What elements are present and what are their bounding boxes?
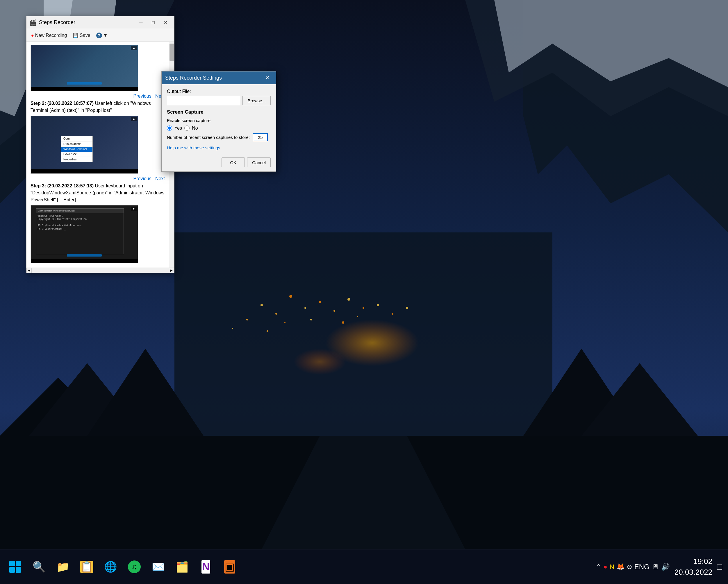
explorer-icon: 📁 xyxy=(56,561,70,573)
taskbar-left: 🔍 📁 📋 🌐 ♫ ✉️ 🗂️ xyxy=(6,558,596,576)
svg-point-10 xyxy=(233,305,407,392)
minimize-button[interactable]: ─ xyxy=(135,18,147,27)
logitech-icon[interactable]: ⊙ xyxy=(627,563,632,571)
amd-icon[interactable]: ● xyxy=(603,563,607,571)
window-toolbar: ● New Recording 💾 Save ? ▼ xyxy=(26,29,174,42)
cancel-button[interactable]: Cancel xyxy=(247,158,271,167)
step-3-next-link[interactable]: Next xyxy=(155,176,165,181)
svg-marker-6 xyxy=(465,0,728,116)
window-title: Steps Recorder xyxy=(39,20,135,26)
svg-point-16 xyxy=(334,310,335,312)
no-radio[interactable] xyxy=(184,126,189,131)
output-file-input[interactable] xyxy=(167,96,240,105)
browse-button[interactable]: Browse... xyxy=(242,96,271,105)
norton-icon[interactable]: N xyxy=(610,563,614,571)
maximize-button[interactable]: □ xyxy=(148,18,159,27)
language-indicator[interactable]: ENG xyxy=(634,563,650,571)
svg-point-18 xyxy=(363,307,364,309)
step-2-screenshot: Open Run as admin Windows Terminal Power… xyxy=(30,116,138,174)
help-button[interactable]: ? ▼ xyxy=(94,31,110,39)
clock-time: 19:02 xyxy=(675,556,712,566)
mail-button[interactable]: ✉️ xyxy=(149,558,167,576)
scroll-right-arrow[interactable]: ▶ xyxy=(169,268,174,273)
captures-count-label: Number of recent screen captures to stor… xyxy=(167,135,250,140)
orange-app-icon: ▣ xyxy=(224,560,235,574)
close-button[interactable]: ✕ xyxy=(160,18,171,27)
dialog-body: Output File: Browse... Screen Capture En… xyxy=(162,84,276,155)
search-icon: 🔍 xyxy=(32,561,46,573)
terminal-window: Administrator: Windows PowerShell Window… xyxy=(36,208,124,254)
svg-marker-32 xyxy=(87,349,204,436)
notes-icon: 📋 xyxy=(80,561,93,573)
horizontal-scrollbar[interactable]: ◀ ▶ xyxy=(26,268,174,273)
svg-point-27 xyxy=(342,321,344,324)
files-button[interactable]: 🗂️ xyxy=(173,558,191,576)
svg-marker-34 xyxy=(581,363,698,436)
settings-dialog: Steps Recorder Settings ✕ Output File: B… xyxy=(161,71,276,172)
new-recording-label: New Recording xyxy=(35,33,67,38)
taskbar-right: ⌃ ● N 🦊 ⊙ ENG 🖥 🔊 19:02 20.03.2022 □ xyxy=(596,556,722,577)
windows-logo xyxy=(9,561,21,573)
step-2-bold: Step 2: (20.03.2022 18:57:07) xyxy=(30,101,94,106)
onenote-button[interactable]: N xyxy=(197,558,215,576)
taskbar-clock[interactable]: 19:02 20.03.2022 xyxy=(675,556,712,577)
svg-point-9 xyxy=(233,261,465,378)
orange-app-button[interactable]: ▣ xyxy=(220,558,239,576)
step-1-screenshot: ▶ xyxy=(30,45,138,91)
notes-button[interactable]: 📋 xyxy=(77,558,96,576)
screenshot-taskbar-3 xyxy=(31,259,138,263)
output-file-row: Output File: Browse... xyxy=(167,89,271,105)
svg-point-25 xyxy=(284,322,286,323)
captures-count-input[interactable] xyxy=(253,133,268,141)
step-3-label: Step 3: (20.03.2022 18:57:13) User keybo… xyxy=(30,183,165,203)
dialog-close-button[interactable]: ✕ xyxy=(262,74,272,82)
firefox-icon[interactable]: 🦊 xyxy=(617,563,624,571)
step-3-screenshot: Administrator: Windows PowerShell Window… xyxy=(30,205,138,263)
screenshot-highlight-1 xyxy=(67,82,102,85)
dialog-titlebar: Steps Recorder Settings ✕ xyxy=(162,72,276,84)
windows-start-button[interactable] xyxy=(6,558,24,576)
svg-point-24 xyxy=(267,330,268,332)
svg-rect-8 xyxy=(175,232,552,581)
step-2-previous-link[interactable]: Previous xyxy=(133,93,152,99)
svg-point-20 xyxy=(246,319,248,321)
help-dropdown-icon: ▼ xyxy=(103,33,108,38)
yes-radio[interactable] xyxy=(167,126,172,131)
notification-button[interactable]: □ xyxy=(717,562,722,572)
scroll-left-arrow[interactable]: ◀ xyxy=(26,268,32,273)
content-scroll[interactable]: ▶ Previous Next Step 2: (20.03.2022 18:5… xyxy=(26,42,169,268)
taskbar: 🔍 📁 📋 🌐 ♫ ✉️ 🗂️ xyxy=(0,549,728,584)
screenshot-menu: Open Run as admin Windows Terminal Power… xyxy=(61,136,93,162)
step-3-bold: Step 3: (20.03.2022 18:57:13) xyxy=(30,183,94,188)
svg-point-26 xyxy=(310,319,312,321)
svg-marker-30 xyxy=(0,378,116,436)
svg-point-14 xyxy=(304,307,306,309)
screenshot-corner-icon-2: ▶ xyxy=(131,117,137,121)
mail-icon: ✉️ xyxy=(152,561,165,573)
ok-button[interactable]: OK xyxy=(222,158,245,167)
save-icon: 💾 xyxy=(73,32,78,38)
chevron-up-icon[interactable]: ⌃ xyxy=(596,563,601,571)
step-3-previous-link[interactable]: Previous xyxy=(133,176,152,181)
screen-capture-title: Screen Capture xyxy=(167,109,271,115)
volume-icon[interactable]: 🔊 xyxy=(661,563,670,571)
file-explorer-button[interactable]: 📁 xyxy=(53,558,72,576)
help-settings-link[interactable]: Help me with these settings xyxy=(167,145,220,150)
save-button[interactable]: 💾 Save xyxy=(70,31,93,39)
svg-point-21 xyxy=(232,328,233,329)
onenote-icon: N xyxy=(202,560,210,574)
spotify-button[interactable]: ♫ xyxy=(125,558,144,576)
scroll-track[interactable] xyxy=(32,268,169,273)
edge-button[interactable]: 🌐 xyxy=(101,558,120,576)
svg-marker-31 xyxy=(29,363,146,436)
no-label: No xyxy=(192,126,198,131)
search-taskbar-button[interactable]: 🔍 xyxy=(30,558,48,576)
monitor-icon[interactable]: 🖥 xyxy=(652,563,659,571)
scrollbar-thumb[interactable] xyxy=(170,44,174,61)
svg-marker-5 xyxy=(523,0,728,232)
new-recording-button[interactable]: ● New Recording xyxy=(29,32,69,39)
screen-capture-section: Screen Capture Enable screen capture: Ye… xyxy=(167,109,271,141)
dialog-footer: OK Cancel xyxy=(162,155,276,171)
screenshot-corner-icon-3: ▶ xyxy=(131,206,137,211)
app-icon: 🎬 xyxy=(29,19,36,26)
